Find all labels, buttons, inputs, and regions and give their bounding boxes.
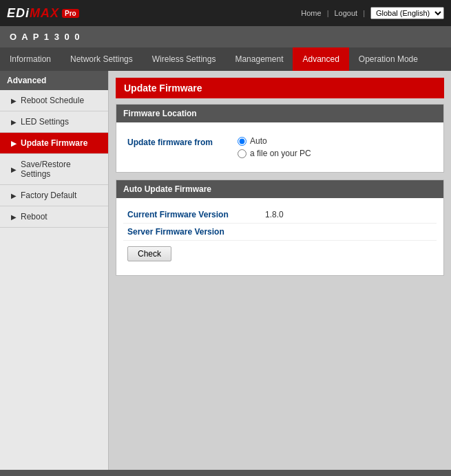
nav-item-management[interactable]: Management — [225, 47, 293, 71]
sidebar-item-reboot-schedule[interactable]: ▶ Reboot Schedule — [0, 90, 108, 111]
logo-pro-badge: Pro — [62, 9, 79, 18]
check-button[interactable]: Check — [127, 246, 171, 261]
option-auto-text: Auto — [250, 136, 267, 146]
nav-item-wireless-settings[interactable]: Wireless Settings — [143, 47, 226, 71]
option-pc-text: a file on your PC — [250, 149, 311, 158]
sidebar-item-label: Update Firmware — [21, 138, 87, 148]
option-auto-radio[interactable] — [238, 137, 247, 146]
footer: Copyright 2017 © EDIMAX Technology Co., … — [0, 470, 451, 476]
current-version-row: Current Firmware Version 1.8.0 — [123, 206, 437, 224]
sidebar-item-led-settings[interactable]: ▶ LED Settings — [0, 111, 108, 133]
auto-update-section: Auto Update Firmware Current Firmware Ve… — [116, 180, 444, 276]
nav-item-advanced[interactable]: Advanced — [293, 47, 348, 71]
sidebar-item-update-firmware[interactable]: ▶ Update Firmware — [0, 133, 108, 154]
current-version-value: 1.8.0 — [265, 210, 284, 219]
sidebar: Advanced ▶ Reboot Schedule ▶ LED Setting… — [0, 71, 109, 470]
auto-update-body: Current Firmware Version 1.8.0 Server Fi… — [116, 198, 443, 275]
firmware-location-header: Firmware Location — [116, 105, 443, 122]
device-id-bar: O A P 1 3 0 0 — [0, 26, 451, 47]
home-link[interactable]: Home — [301, 9, 321, 17]
sidebar-item-reboot[interactable]: ▶ Reboot — [0, 206, 108, 228]
server-version-row: Server Firmware Version — [123, 224, 437, 241]
option-pc-label[interactable]: a file on your PC — [238, 149, 311, 158]
sidebar-header: Advanced — [0, 71, 108, 90]
language-select[interactable]: Global (English) Chinese German — [370, 7, 444, 19]
nav-item-information[interactable]: Information — [0, 47, 61, 71]
firmware-location-section: Firmware Location Update firmware from A… — [116, 104, 444, 173]
device-id: O A P 1 3 0 0 — [10, 32, 81, 42]
nav-item-operation-mode[interactable]: Operation Mode — [349, 47, 428, 71]
logo: EDiMAX Pro — [7, 6, 79, 21]
option-pc-radio[interactable] — [238, 149, 247, 158]
server-version-label: Server Firmware Version — [127, 227, 265, 237]
sidebar-item-label: LED Settings — [21, 117, 69, 127]
chevron-right-icon: ▶ — [11, 97, 17, 105]
sidebar-item-label: Factory Default — [21, 191, 76, 200]
main-nav: Information Network Settings Wireless Se… — [0, 47, 451, 71]
option-auto-label[interactable]: Auto — [238, 136, 311, 146]
header-right: Home | Logout | Global (English) Chinese… — [301, 7, 444, 19]
sidebar-item-label: Reboot — [21, 212, 48, 221]
firmware-location-body: Update firmware from Auto a file on your… — [116, 122, 443, 172]
chevron-right-icon: ▶ — [11, 166, 17, 173]
main-layout: Advanced ▶ Reboot Schedule ▶ LED Setting… — [0, 71, 451, 470]
sidebar-item-save-restore[interactable]: ▶ Save/Restore Settings — [0, 154, 108, 185]
nav-item-network-settings[interactable]: Network Settings — [61, 47, 143, 71]
chevron-right-icon: ▶ — [11, 118, 17, 126]
logout-link[interactable]: Logout — [334, 9, 357, 17]
firmware-options: Auto a file on your PC — [238, 136, 311, 158]
logo-edimax-text: EDiMAX — [7, 6, 59, 21]
firmware-from-label: Update firmware from — [127, 136, 238, 147]
current-version-label: Current Firmware Version — [127, 210, 265, 219]
chevron-right-icon: ▶ — [11, 213, 17, 221]
chevron-right-icon: ▶ — [11, 192, 17, 199]
firmware-from-row: Update firmware from Auto a file on your… — [123, 131, 437, 164]
separator1: | — [327, 9, 329, 17]
sidebar-item-factory-default[interactable]: ▶ Factory Default — [0, 185, 108, 206]
page-title: Update Firmware — [116, 78, 444, 98]
auto-update-header: Auto Update Firmware — [116, 180, 443, 198]
header: EDiMAX Pro Home | Logout | Global (Engli… — [0, 0, 451, 26]
sidebar-item-label: Save/Restore Settings — [21, 160, 101, 179]
separator2: | — [363, 9, 365, 17]
main-content: Update Firmware Firmware Location Update… — [109, 71, 451, 470]
sidebar-item-label: Reboot Schedule — [21, 96, 84, 105]
chevron-right-icon: ▶ — [11, 140, 17, 147]
